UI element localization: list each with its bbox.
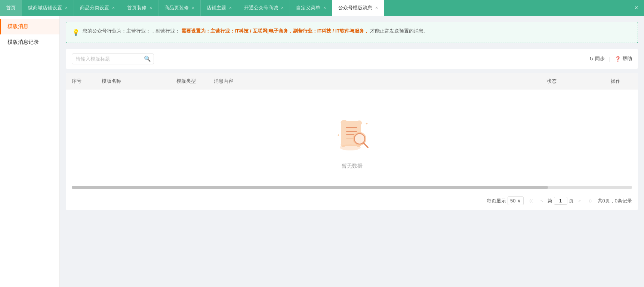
- sync-help-area: ↻ 同步 | ❓ 帮助: [589, 55, 632, 62]
- sync-button[interactable]: ↻ 同步: [589, 55, 605, 62]
- tab-category-label: 商品分类设置: [80, 4, 109, 11]
- sidebar-item-template-record-label: 模版消息记录: [7, 39, 39, 45]
- th-name: 模版名称: [96, 73, 170, 89]
- page-unit-label: 页: [569, 198, 574, 204]
- svg-text:✦: ✦: [365, 122, 368, 126]
- tab-mall-label: 开通公众号商城: [244, 4, 278, 11]
- tab-category[interactable]: 商品分类设置 ×: [74, 0, 121, 16]
- prev-page-button[interactable]: ＜: [537, 196, 546, 205]
- toolbar-divider: |: [609, 56, 610, 62]
- sidebar: 模版消息 模版消息记录: [0, 16, 60, 287]
- search-input-wrap: 🔍: [72, 54, 154, 64]
- first-page-button[interactable]: ⟨⟨: [527, 196, 536, 205]
- scrollbar-thumb[interactable]: [72, 186, 548, 189]
- th-status: 状态: [541, 73, 593, 89]
- page-di-label: 第: [548, 198, 552, 204]
- tab-theme-close[interactable]: ×: [229, 6, 232, 10]
- sync-label: 同步: [595, 55, 605, 62]
- page-size-label: 每页显示: [487, 198, 506, 204]
- help-label: 帮助: [622, 55, 632, 62]
- svg-line-8: [363, 143, 368, 147]
- empty-text: 暂无数据: [342, 163, 363, 170]
- svg-text:✦: ✦: [337, 134, 340, 137]
- horizontal-scrollbar[interactable]: [72, 186, 632, 189]
- sidebar-item-template-msg[interactable]: 模版消息: [0, 19, 59, 34]
- tab-mall-close[interactable]: ×: [281, 6, 284, 10]
- notice-box: 💡 您的公众号行业为：主营行业：，副营行业： 需要设置为：主营行业：IT科技 /…: [66, 22, 638, 43]
- tab-theme-label: 店铺主题: [207, 4, 226, 11]
- tab-homepage-label: 首页装修: [127, 4, 147, 11]
- tab-menu-label: 自定义菜单: [296, 4, 320, 11]
- tab-template[interactable]: 公众号模版消息 ×: [332, 0, 384, 16]
- table-header: 序号 模版名称 模版类型 消息内容 状态 操作: [66, 73, 638, 89]
- sync-icon: ↻: [589, 56, 594, 62]
- page-size-value: 50: [510, 198, 515, 204]
- notice-prefix: 您的公众号行业为：主营行业：，副营行业：: [83, 28, 180, 34]
- next-page-button[interactable]: ＞: [575, 196, 584, 205]
- tab-menu[interactable]: 自定义菜单 ×: [290, 0, 332, 16]
- search-bar: 🔍 ↻ 同步 | ❓ 帮助: [66, 49, 638, 69]
- th-content: 消息内容: [208, 73, 541, 89]
- tab-product[interactable]: 商品页装修 ×: [158, 0, 201, 16]
- current-page-input[interactable]: [554, 197, 567, 205]
- notice-highlight: 需要设置为：主营行业：IT科技 / 互联网|电子商务，副营行业：IT科技 / I…: [181, 28, 369, 34]
- tab-home-label: 首页: [6, 4, 16, 11]
- page-size-select: 每页显示 50 ∨: [487, 196, 523, 205]
- tab-weshop-close[interactable]: ×: [65, 6, 68, 10]
- tab-weshop-label: 微商城店铺设置: [28, 4, 62, 11]
- search-input[interactable]: [72, 54, 154, 64]
- th-action: 操作: [593, 73, 638, 89]
- sidebar-item-template-msg-label: 模版消息: [7, 23, 28, 29]
- notice-text: 您的公众号行业为：主营行业：，副营行业： 需要设置为：主营行业：IT科技 / 互…: [83, 27, 428, 35]
- tab-bar: 首页 微商城店铺设置 × 商品分类设置 × 首页装修 × 商品页装修 × 店铺主…: [0, 0, 644, 16]
- notice-suffix: 才能正常发送预置的消息。: [370, 28, 428, 34]
- sidebar-item-template-record[interactable]: 模版消息记录: [0, 34, 59, 50]
- page-nav: ⟨⟨ ＜ 第 页 ＞ ⟩⟩: [527, 196, 595, 205]
- help-icon: ❓: [615, 56, 621, 62]
- main-layout: 模版消息 模版消息记录 💡 您的公众号行业为：主营行业：，副营行业： 需要设置为…: [0, 16, 644, 287]
- table-wrap: 序号 模版名称 模版类型 消息内容 状态 操作: [66, 73, 638, 210]
- tab-home[interactable]: 首页: [0, 0, 22, 16]
- th-seq: 序号: [66, 73, 96, 89]
- notice-icon: 💡: [72, 28, 80, 37]
- content-area: 💡 您的公众号行业为：主营行业：，副营行业： 需要设置为：主营行业：IT科技 /…: [60, 16, 644, 287]
- global-close-button[interactable]: ×: [629, 4, 644, 11]
- tab-template-close[interactable]: ×: [375, 6, 378, 10]
- tab-template-label: 公众号模版消息: [338, 4, 372, 11]
- tab-theme[interactable]: 店铺主题 ×: [201, 0, 238, 16]
- bottom-section: 每页显示 50 ∨ ⟨⟨ ＜ 第 页 ＞ ⟩⟩: [66, 184, 638, 210]
- page-size-dropdown[interactable]: 50 ∨: [508, 196, 523, 205]
- tab-category-close[interactable]: ×: [112, 6, 115, 10]
- tab-product-close[interactable]: ×: [192, 6, 194, 10]
- last-page-button[interactable]: ⟩⟩: [586, 196, 595, 205]
- tab-weshop[interactable]: 微商城店铺设置 ×: [22, 0, 74, 16]
- tab-menu-close[interactable]: ×: [323, 6, 326, 10]
- help-button[interactable]: ❓ 帮助: [615, 55, 632, 62]
- empty-state: ✦ ✦ 暂无数据: [66, 89, 638, 184]
- tab-homepage-close[interactable]: ×: [150, 6, 152, 10]
- th-type: 模版类型: [170, 73, 208, 89]
- tab-product-label: 商品页装修: [164, 4, 189, 11]
- total-info: 共0页，0条记录: [598, 198, 632, 204]
- tab-homepage[interactable]: 首页装修 ×: [121, 0, 158, 16]
- pagination: 每页显示 50 ∨ ⟨⟨ ＜ 第 页 ＞ ⟩⟩: [66, 192, 638, 210]
- empty-illustration: ✦ ✦: [330, 112, 375, 157]
- search-button[interactable]: 🔍: [144, 55, 151, 62]
- tab-mall[interactable]: 开通公众号商城 ×: [238, 0, 290, 16]
- chevron-down-icon: ∨: [517, 198, 521, 204]
